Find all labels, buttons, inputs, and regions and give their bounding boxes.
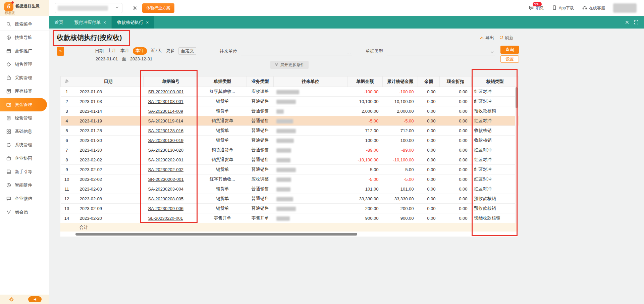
date-quick-options: 上月本月本年近7天更多自定义: [107, 47, 196, 55]
topbar-gear-icon[interactable]: [132, 5, 138, 12]
column-header[interactable]: 单据编号: [144, 77, 198, 87]
close-all-tabs-icon[interactable]: [625, 20, 630, 25]
close-tab-icon[interactable]: ×: [103, 20, 106, 25]
sidebar-item[interactable]: 经营管理: [0, 111, 49, 125]
tab[interactable]: 首页: [49, 16, 69, 29]
collapse-filter-panel-button[interactable]: »: [57, 47, 64, 56]
diamond-icon: [6, 62, 11, 67]
table-row[interactable]: 122023-02-08SA-20230208-005销货单普通销售33,330…: [61, 194, 519, 204]
sidebar-item[interactable]: 畅会员: [0, 205, 49, 219]
sidebar-item[interactable]: 系统管理: [0, 138, 49, 152]
partner-redacted: [276, 158, 290, 162]
horizontal-scrollbar-thumb[interactable]: [75, 233, 357, 236]
sidebar-item[interactable]: 企业微信: [0, 192, 49, 205]
query-button[interactable]: 查询: [500, 46, 519, 54]
doc-no-link[interactable]: SA-20230203-004: [148, 187, 184, 192]
doc-no-link[interactable]: SR-20230202-001: [148, 177, 184, 182]
table-row[interactable]: 52023-01-28SA-20230128-016销货单普通销售712.007…: [61, 126, 519, 136]
table-row[interactable]: 102023-02-02SR-20230202-001红字其他收...应收调整-…: [61, 174, 519, 184]
messages-menu[interactable]: 消息 99+: [529, 5, 544, 11]
table-row[interactable]: 132023-02-09SA-20230209-006销货单普通销售200.00…: [61, 204, 519, 213]
close-tab-icon[interactable]: ×: [146, 20, 149, 25]
chevron-down-icon: [115, 5, 119, 11]
date-option[interactable]: 上月: [107, 47, 117, 55]
column-header[interactable]: 单据金额: [347, 77, 383, 87]
sidebar-item[interactable]: 企业协同: [0, 152, 49, 165]
doc-no-link[interactable]: SA-20230119-014: [148, 118, 183, 123]
column-header[interactable]: 现金折扣: [440, 77, 472, 87]
date-option[interactable]: 本月: [120, 47, 130, 55]
collapse-sidebar-button[interactable]: ◀: [28, 296, 42, 302]
refresh-button[interactable]: 刷新: [499, 35, 514, 41]
partner-picker-ellipsis[interactable]: ...: [346, 49, 351, 54]
export-button[interactable]: 导出: [480, 35, 494, 41]
date-option[interactable]: 更多: [165, 47, 175, 55]
doctype-select[interactable]: [387, 48, 495, 55]
cell-date: 2023-01-30: [73, 136, 144, 145]
column-header[interactable]: 往来单位: [274, 77, 347, 87]
cell-settled-amount: 101.00: [383, 184, 418, 194]
sidebar-item[interactable]: 快捷导航: [0, 31, 49, 44]
doc-no-link[interactable]: SA-20230202-002: [148, 167, 184, 172]
doc-no-link[interactable]: SA-20230130-019: [148, 138, 184, 143]
table-row[interactable]: 62023-01-30SA-20230130-019销货单普通销售100.001…: [61, 136, 519, 145]
trial-plan-button[interactable]: 体验行业方案: [142, 3, 174, 13]
doc-no-link[interactable]: SA-20230103-001: [148, 99, 184, 104]
sidebar-item[interactable]: 搜索菜单: [0, 17, 49, 31]
cell-settle-type: 红蓝对冲: [472, 145, 519, 155]
doc-no-link[interactable]: SA-20230202-001: [148, 157, 184, 162]
cell-biz-type: 普通销售: [247, 204, 274, 213]
org-select-redacted: [58, 6, 108, 11]
column-header[interactable]: 单据类型: [198, 77, 247, 87]
sidebar-settings-gear-icon[interactable]: [9, 297, 14, 302]
sidebar-item[interactable]: 资金管理: [0, 98, 47, 111]
cell-date: 2023-01-30: [73, 145, 144, 155]
column-settings-gear-icon[interactable]: [64, 80, 69, 85]
cell-settle-type: 红蓝对冲: [472, 184, 519, 194]
table-row[interactable]: 92023-02-02SA-20230202-002销货单普通销售5.005.0…: [61, 165, 519, 174]
online-support-menu[interactable]: 在线客服: [582, 5, 605, 11]
table-row[interactable]: 142023-02-20SL-20230220-001零售开单零售开单900.0…: [61, 213, 519, 223]
app-download-menu[interactable]: App下载: [552, 5, 574, 11]
partner-input[interactable]: ...: [241, 48, 352, 55]
horizontal-scrollbar-track[interactable]: [60, 232, 518, 237]
doc-no-link[interactable]: SA-20230208-005: [148, 196, 184, 201]
column-header[interactable]: 业务类型: [247, 77, 274, 87]
tab[interactable]: 预付冲应付单×: [69, 16, 112, 29]
column-header[interactable]: 日期: [73, 77, 144, 87]
doc-no-link[interactable]: SA-20230128-016: [148, 128, 184, 133]
sidebar-item[interactable]: 库存核算: [0, 85, 49, 98]
vertical-scrollbar-thumb[interactable]: [516, 87, 518, 108]
sidebar-item[interactable]: 销售管理: [0, 58, 49, 71]
table-row[interactable]: 82023-02-02SA-20230202-001销货退货单普通销售-10,1…: [61, 155, 519, 165]
doc-no-link[interactable]: SR-20230103-001: [148, 89, 184, 94]
fullscreen-icon[interactable]: [634, 20, 639, 25]
doc-no-link[interactable]: SA-20230130-020: [148, 148, 184, 153]
org-select[interactable]: [55, 3, 122, 13]
sidebar-item[interactable]: 营销推广: [0, 44, 49, 58]
table-row[interactable]: 112023-02-03SA-20230203-004销货单普通销售101.00…: [61, 184, 519, 194]
date-option[interactable]: 近7天: [150, 47, 162, 55]
expand-more-conditions-button[interactable]: 展开更多条件: [270, 61, 309, 69]
doc-no-link[interactable]: SL-20230220-001: [148, 216, 183, 221]
sidebar-item-label: 新手引导: [15, 169, 32, 175]
doc-no-link[interactable]: SA-20230209-006: [148, 206, 184, 211]
sidebar-item[interactable]: 智能硬件: [0, 179, 49, 192]
table-row[interactable]: 12023-01-03SR-20230103-001红字其他收...应收调整-1…: [61, 87, 519, 97]
column-header[interactable]: 累计核销金额: [383, 77, 418, 87]
sidebar-item[interactable]: 基础信息: [0, 125, 49, 138]
sidebar-item[interactable]: 新手引导: [0, 165, 49, 179]
cell-settle-type: 收款核销: [472, 126, 519, 136]
date-option[interactable]: 自定义: [178, 47, 196, 55]
doc-no-link[interactable]: SA-20230114-009: [148, 109, 183, 114]
table-row[interactable]: 42023-01-19SA-20230119-014销货退货单普通销售-5.00…: [61, 116, 519, 126]
table-row[interactable]: 22023-01-03SA-20230103-001销货单普通销售10,100.…: [61, 97, 519, 106]
table-row[interactable]: 72023-01-30SA-20230130-020销货退货单普通销售-89.0…: [61, 145, 519, 155]
sidebar-item[interactable]: 采购管理: [0, 71, 49, 85]
date-option[interactable]: 本年: [133, 47, 147, 55]
user-avatar[interactable]: [613, 3, 637, 13]
table-row[interactable]: 32023-01-14SA-20230114-009销货单普通销售2,000.0…: [61, 106, 519, 116]
tab[interactable]: 收款核销执行×: [112, 16, 154, 29]
column-header[interactable]: 核销类型: [472, 77, 519, 87]
column-header[interactable]: 余额: [418, 77, 440, 87]
